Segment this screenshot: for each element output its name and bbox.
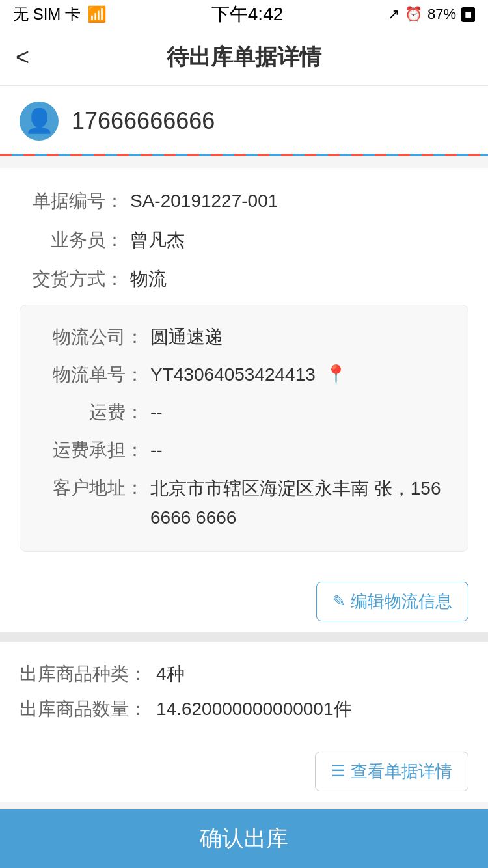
list-icon: ☰ — [331, 762, 346, 780]
location-icon: ↗ — [388, 6, 400, 23]
order-number-label: 单据编号： — [20, 187, 124, 215]
salesman-label: 业务员： — [20, 226, 124, 254]
order-number-value: SA-20191227-001 — [130, 187, 468, 215]
dashed-divider — [0, 154, 488, 156]
edit-icon: ✎ — [332, 592, 346, 610]
confirm-btn-label: 确认出库 — [200, 824, 288, 854]
logistics-company-value: 圆通速递 — [150, 323, 448, 351]
user-phone: 17666666666 — [72, 107, 215, 135]
view-detail-button[interactable]: ☰ 查看单据详情 — [315, 752, 468, 791]
product-quantity-value: 14.620000000000001件 — [156, 697, 352, 722]
main-content: 👤 17666666666 单据编号： SA-20191227-001 业务员：… — [0, 86, 488, 868]
delivery-row: 交货方式： 物流 — [20, 265, 468, 293]
product-quantity-row: 出库商品数量： 14.620000000000001件 — [20, 697, 468, 722]
tracking-number-text: YT43064053424413 — [150, 361, 316, 388]
product-type-label: 出库商品种类： — [20, 662, 150, 686]
edit-btn-label: 编辑物流信息 — [351, 590, 452, 613]
order-info-section: 单据编号： SA-20191227-001 业务员： 曾凡杰 交货方式： 物流 … — [0, 168, 488, 571]
freight-bearer-label: 运费承担： — [40, 437, 144, 464]
time-display: 下午4:42 — [211, 2, 284, 27]
view-detail-label: 查看单据详情 — [351, 760, 452, 783]
freight-value: -- — [150, 399, 448, 426]
edit-logistics-button[interactable]: ✎ 编辑物流信息 — [316, 582, 468, 621]
status-right: ↗ ⏰ 87% ■ — [388, 6, 475, 23]
confirm-button-bar[interactable]: 确认出库 — [0, 809, 488, 868]
freight-label: 运费： — [40, 399, 144, 426]
freight-bearer-row: 运费承担： -- — [40, 437, 448, 464]
view-detail-container: ☰ 查看单据详情 — [0, 741, 488, 802]
wifi-icon: 📶 — [87, 5, 107, 23]
product-quantity-label: 出库商品数量： — [20, 697, 150, 722]
logistics-tracking-row: 物流单号： YT43064053424413 📍 — [40, 361, 448, 388]
battery-text: 87% — [427, 6, 456, 23]
logistics-company-row: 物流公司： 圆通速递 — [40, 323, 448, 351]
address-value: 北京市市辖区海淀区永丰南 张，156 6666 6666 — [150, 474, 448, 533]
location-pin-icon[interactable]: 📍 — [325, 361, 347, 388]
nav-bar: < 待出库单据详情 — [0, 29, 488, 86]
order-number-row: 单据编号： SA-20191227-001 — [20, 187, 468, 215]
address-row: 客户地址： 北京市市辖区海淀区永丰南 张，156 6666 6666 — [40, 474, 448, 533]
user-icon: 👤 — [25, 107, 54, 135]
product-type-value: 4种 — [156, 662, 185, 686]
delivery-label: 交货方式： — [20, 265, 124, 293]
logistics-tracking-label: 物流单号： — [40, 361, 144, 388]
page-title: 待出库单据详情 — [167, 42, 321, 72]
battery-icon: ■ — [461, 7, 475, 22]
edit-btn-container: ✎ 编辑物流信息 — [0, 571, 488, 632]
alarm-icon: ⏰ — [405, 6, 422, 23]
logistics-company-label: 物流公司： — [40, 323, 144, 351]
product-type-row: 出库商品种类： 4种 — [20, 662, 468, 686]
freight-row: 运费： -- — [40, 399, 448, 426]
freight-bearer-value: -- — [150, 437, 448, 464]
salesman-row: 业务员： 曾凡杰 — [20, 226, 468, 254]
salesman-value: 曾凡杰 — [130, 226, 468, 254]
section-divider — [0, 632, 488, 642]
status-left: 无 SIM 卡 📶 — [13, 4, 107, 25]
avatar: 👤 — [20, 102, 59, 141]
carrier-text: 无 SIM 卡 — [13, 4, 81, 25]
product-section: 出库商品种类： 4种 出库商品数量： 14.620000000000001件 — [0, 642, 488, 741]
logistics-card: 物流公司： 圆通速递 物流单号： YT43064053424413 📍 运费： … — [20, 305, 468, 552]
delivery-value: 物流 — [130, 265, 468, 293]
status-bar: 无 SIM 卡 📶 下午4:42 ↗ ⏰ 87% ■ — [0, 0, 488, 29]
logistics-tracking-value: YT43064053424413 📍 — [150, 361, 448, 388]
user-card: 👤 17666666666 — [0, 86, 488, 156]
back-button[interactable]: < — [16, 44, 29, 71]
address-label: 客户地址： — [40, 474, 144, 502]
